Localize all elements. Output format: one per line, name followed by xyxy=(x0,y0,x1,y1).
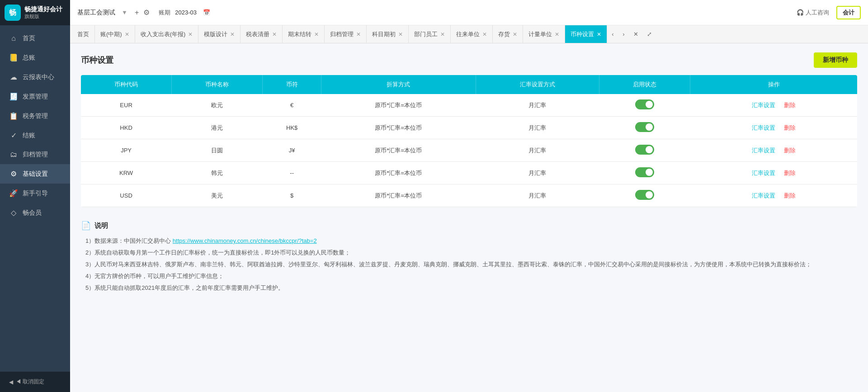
sidebar-item-tax[interactable]: 📋 税务管理 xyxy=(0,106,70,126)
table-row: EUR 欧元 € 原币*汇率=本位币 月汇率 汇率设置 删除 xyxy=(81,94,857,117)
cell-name: 港元 xyxy=(171,117,263,139)
cell-symbol: $ xyxy=(263,184,321,207)
rate-settings-link[interactable]: 汇率设置 xyxy=(752,192,775,199)
delete-link[interactable]: 删除 xyxy=(784,124,796,131)
tab-close-icon[interactable]: ✕ xyxy=(513,31,517,38)
consult-button[interactable]: 🎧 人工咨询 xyxy=(797,9,829,17)
project-name: 基层工会测试 xyxy=(77,9,115,17)
tab-close-active-icon[interactable]: ✕ xyxy=(597,31,601,38)
sidebar-nav: ⌂ 首页 📒 总账 ☁ 云报表中心 🧾 发票管理 📋 税务管理 ✓ 结账 🗂 归… xyxy=(0,25,70,226)
tab-close-icon[interactable]: ✕ xyxy=(230,31,235,38)
project-settings-icon[interactable]: ⚙ xyxy=(143,8,150,17)
tab-dept-staff[interactable]: 部门员工 ✕ xyxy=(409,25,451,43)
tab-template[interactable]: 模版设计 ✕ xyxy=(198,25,241,43)
cell-rate-type: 月汇率 xyxy=(476,162,599,184)
account-button[interactable]: 会计 xyxy=(836,6,861,19)
delete-link[interactable]: 删除 xyxy=(784,192,796,199)
tab-close-icon[interactable]: ✕ xyxy=(188,31,193,38)
new-currency-button[interactable]: 新增币种 xyxy=(814,52,857,68)
enabled-toggle[interactable] xyxy=(635,145,654,155)
cell-actions: 汇率设置 删除 xyxy=(690,184,857,207)
cell-code: EUR xyxy=(81,94,171,117)
add-project-icon[interactable]: + xyxy=(135,9,139,17)
sidebar-item-close[interactable]: ✓ 结账 xyxy=(0,126,70,145)
tab-annual-report[interactable]: 收入支出表(年报) ✕ xyxy=(135,25,199,43)
cell-name: 韩元 xyxy=(171,162,263,184)
sidebar-item-settings[interactable]: ⚙ 基础设置 xyxy=(0,164,70,184)
project-dropdown-icon[interactable]: ▼ xyxy=(122,9,127,16)
enabled-toggle[interactable] xyxy=(635,167,654,177)
cell-rate-type: 月汇率 xyxy=(476,184,599,207)
sidebar-item-invoice[interactable]: 🧾 发票管理 xyxy=(0,87,70,106)
tab-close-icon[interactable]: ✕ xyxy=(398,31,403,38)
sidebar-item-archive[interactable]: 🗂 归档管理 xyxy=(0,145,70,164)
period-value: 2023-03 xyxy=(175,9,197,16)
tab-expand-btn[interactable]: ⤢ xyxy=(642,25,656,43)
sidebar-item-guide[interactable]: 🚀 新手引导 xyxy=(0,184,70,203)
tab-close-icon[interactable]: ✕ xyxy=(272,31,277,38)
guide-icon: 🚀 xyxy=(9,189,18,198)
table-body: EUR 欧元 € 原币*汇率=本位币 月汇率 汇率设置 删除 HKD 港元 HK… xyxy=(81,94,857,207)
tab-tax-table[interactable]: 税表清册 ✕ xyxy=(241,25,283,43)
home-icon: ⌂ xyxy=(9,34,18,43)
tab-unit[interactable]: 计量单位 ✕ xyxy=(523,25,565,43)
tab-close-icon[interactable]: ✕ xyxy=(555,31,559,38)
tab-close-icon[interactable]: ✕ xyxy=(482,31,487,38)
page-title: 币种设置 xyxy=(81,55,113,66)
tab-close-icon[interactable]: ✕ xyxy=(356,31,361,38)
tabbar: 首页 账(中期) ✕ 收入支出表(年报) ✕ 模版设计 ✕ 税表清册 ✕ 期末结… xyxy=(70,25,868,43)
page-header: 币种设置 新增币种 xyxy=(81,52,857,68)
tab-close-icon[interactable]: ✕ xyxy=(314,31,319,38)
sidebar-item-home[interactable]: ⌂ 首页 xyxy=(0,29,70,48)
sidebar-item-reports[interactable]: ☁ 云报表中心 xyxy=(0,67,70,87)
cell-actions: 汇率设置 删除 xyxy=(690,94,857,117)
calendar-icon[interactable]: 📅 xyxy=(203,9,210,16)
sidebar-item-ledger[interactable]: 📒 总账 xyxy=(0,48,70,67)
cell-symbol: HK$ xyxy=(263,117,321,139)
cell-rate-type: 月汇率 xyxy=(476,139,599,162)
tab-archive[interactable]: 归档管理 ✕ xyxy=(325,25,367,43)
col-action: 操作 xyxy=(690,75,857,94)
rate-settings-link[interactable]: 汇率设置 xyxy=(752,170,775,176)
tab-subject-init[interactable]: 科目期初 ✕ xyxy=(367,25,409,43)
rate-settings-link[interactable]: 汇率设置 xyxy=(752,147,775,154)
cell-toggle[interactable] xyxy=(599,139,690,162)
sidebar-item-member[interactable]: ◇ 畅会员 xyxy=(0,203,70,222)
enabled-toggle[interactable] xyxy=(635,122,654,132)
tab-inventory[interactable]: 存货 ✕ xyxy=(493,25,523,43)
cell-toggle[interactable] xyxy=(599,117,690,139)
cell-symbol: -- xyxy=(263,162,321,184)
rate-settings-link[interactable]: 汇率设置 xyxy=(752,102,775,109)
tab-period-end[interactable]: 期末结转 ✕ xyxy=(283,25,325,43)
tab-mid-period[interactable]: 账(中期) ✕ xyxy=(95,25,135,43)
tab-close-all-btn[interactable]: ✕ xyxy=(629,25,642,43)
tab-prev-btn[interactable]: ‹ xyxy=(607,25,618,43)
col-name: 币种名称 xyxy=(171,75,263,94)
col-status: 启用状态 xyxy=(599,75,690,94)
enabled-toggle[interactable] xyxy=(635,190,654,200)
topbar: 基层工会测试 ▼ + ⚙ 账期 2023-03 📅 🎧 人工咨询 会计 xyxy=(70,0,868,25)
tab-currency[interactable]: 币种设置 ✕ xyxy=(565,25,607,43)
invoice-icon: 🧾 xyxy=(9,92,18,101)
col-code: 币种代码 xyxy=(81,75,171,94)
rate-settings-link[interactable]: 汇率设置 xyxy=(752,124,775,131)
cell-toggle[interactable] xyxy=(599,94,690,117)
delete-link[interactable]: 删除 xyxy=(784,147,796,154)
table-row: USD 美元 $ 原币*汇率=本位币 月汇率 汇率设置 删除 xyxy=(81,184,857,207)
sidebar-logo: 畅 畅捷通好会计 旗舰版 xyxy=(0,0,70,25)
tab-close-icon[interactable]: ✕ xyxy=(125,31,129,38)
tab-next-btn[interactable]: › xyxy=(618,25,629,43)
enabled-toggle[interactable] xyxy=(635,99,654,109)
ledger-icon: 📒 xyxy=(9,53,18,62)
tab-close-icon[interactable]: ✕ xyxy=(440,31,445,38)
currency-table: 币种代码 币种名称 币符 折算方式 汇率设置方式 启用状态 操作 EUR 欧元 … xyxy=(81,75,857,207)
cell-rate-type: 月汇率 xyxy=(476,117,599,139)
sidebar-footer-unpin[interactable]: ◀ ◀ 取消固定 xyxy=(0,372,70,392)
delete-link[interactable]: 删除 xyxy=(784,170,796,176)
cell-toggle[interactable] xyxy=(599,184,690,207)
cell-toggle[interactable] xyxy=(599,162,690,184)
tab-home[interactable]: 首页 xyxy=(72,25,95,43)
delete-link[interactable]: 删除 xyxy=(784,102,796,109)
note-link[interactable]: https://www.chinamoney.com.cn/chinese/bk… xyxy=(173,237,317,244)
tab-partner[interactable]: 往来单位 ✕ xyxy=(451,25,493,43)
